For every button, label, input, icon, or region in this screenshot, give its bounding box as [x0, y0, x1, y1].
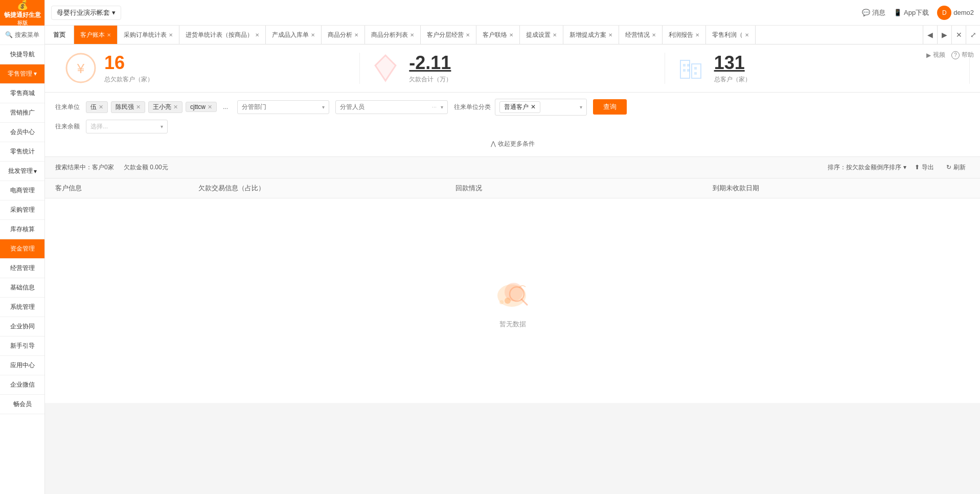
- export-button[interactable]: ⬆ 导出: [910, 161, 938, 174]
- dept-filter-select[interactable]: 分管部门 ▾: [237, 100, 329, 114]
- tab-customer-contact-close-icon[interactable]: ✕: [509, 32, 513, 38]
- sidebar-item-enterprise-wechat[interactable]: 企业微信: [0, 375, 44, 395]
- tab-product-stock-close-icon[interactable]: ✕: [311, 32, 315, 38]
- table-header: 客户信息 欠款交易信息（占比） 回款情况 到期未收款日期: [45, 178, 980, 198]
- user-profile[interactable]: D demo2: [937, 6, 974, 20]
- sidebar-item-enterprise[interactable]: 企业协同: [0, 317, 44, 336]
- tab-maximize-button[interactable]: ⤢: [966, 26, 980, 44]
- tab-home[interactable]: 首页: [45, 26, 74, 44]
- sidebar-item-inventory[interactable]: 库存核算: [0, 220, 44, 239]
- column-overdue-date: 到期未收款日期: [713, 184, 970, 193]
- tab-customer-account-close-icon[interactable]: ✕: [107, 32, 111, 38]
- tab-customer-segment[interactable]: 客户分层经营 ✕: [421, 26, 476, 44]
- account-dropdown[interactable]: 母婴行业演示帐套 ▾: [51, 6, 121, 20]
- unit-tag-4[interactable]: cjttcw ✕: [186, 102, 217, 112]
- tab-purchase-order[interactable]: 采购订单统计表 ✕: [118, 26, 179, 44]
- topbar: 母婴行业演示帐套 ▾ 💬 消息 📱 App下载 D demo2: [45, 0, 980, 26]
- sidebar-quick-nav[interactable]: 快捷导航: [0, 45, 44, 64]
- tab-product-analysis-close-icon[interactable]: ✕: [354, 32, 358, 38]
- tab-retail-profit-close-icon[interactable]: ✕: [745, 32, 749, 38]
- tab-new-promotion[interactable]: 新增提成方案 ✕: [563, 26, 619, 44]
- tab-product-analysis[interactable]: 商品分析 ✕: [322, 26, 365, 44]
- sidebar-item-member-plus[interactable]: 畅会员: [0, 395, 44, 414]
- tab-new-promotion-close-icon[interactable]: ✕: [608, 32, 612, 38]
- refresh-button[interactable]: ↻ 刷新: [942, 161, 970, 174]
- unit-tag-3[interactable]: 王小亮 ✕: [148, 101, 183, 113]
- sidebar-item-newbie[interactable]: 新手引导: [0, 336, 44, 356]
- tab-profit-report-close-icon[interactable]: ✕: [695, 32, 699, 38]
- app-center-label: 应用中心: [10, 362, 35, 369]
- tab-customer-account[interactable]: 客户账本 ✕: [74, 26, 118, 44]
- tab-product-analysis-list[interactable]: 商品分析列表 ✕: [365, 26, 421, 44]
- dept-filter-label: 分管部门: [242, 103, 266, 111]
- help-button[interactable]: ? 帮助: [951, 51, 974, 59]
- tab-product-stock[interactable]: 产成品入库单 ✕: [266, 26, 322, 44]
- tab-customer-contact[interactable]: 客户联络 ✕: [476, 26, 520, 44]
- tabbar: 首页 客户账本 ✕ 采购订单统计表 ✕ 进货单统计表（按商品） ✕ 产成品入库单…: [45, 26, 980, 44]
- stats-area: ¥ 16 总欠款客户（家） -2.11 欠款合计（: [45, 44, 980, 93]
- sidebar-item-wholesale[interactable]: 批发管理 ▾: [0, 162, 44, 181]
- unit-tag-1[interactable]: 伍 ✕: [86, 101, 108, 113]
- unit-tag-2[interactable]: 陈民强 ✕: [111, 101, 145, 113]
- unit-tag-4-close-icon[interactable]: ✕: [208, 104, 212, 110]
- sidebar-item-ecommerce[interactable]: 电商管理: [0, 181, 44, 200]
- sidebar-item-retail[interactable]: 零售管理 ▾: [0, 64, 44, 84]
- person-chevron-down-icon: ▾: [441, 104, 443, 110]
- person-filter-select[interactable]: 分管人员 ··· ▾: [335, 100, 448, 114]
- tab-product-analysis-list-label: 商品分析列表: [371, 31, 408, 39]
- sidebar-search[interactable]: 🔍 搜索菜单: [0, 26, 44, 45]
- search-label: 搜索菜单: [15, 31, 39, 38]
- tab-prev-button[interactable]: ◀: [923, 26, 937, 44]
- tab-close-all-button[interactable]: ✕: [951, 26, 966, 44]
- sidebar-item-marketing[interactable]: 营销推广: [0, 103, 44, 123]
- amount-chevron-down-icon: ▾: [161, 124, 163, 129]
- sidebar-item-purchase[interactable]: 采购管理: [0, 200, 44, 220]
- sort-button[interactable]: 排序：按欠款金额倒序排序 ▾: [828, 163, 906, 172]
- tab-stock-stats[interactable]: 进货单统计表（按商品） ✕: [179, 26, 266, 44]
- tab-stock-stats-close-icon[interactable]: ✕: [255, 32, 259, 38]
- tab-customer-segment-close-icon[interactable]: ✕: [466, 32, 470, 38]
- tab-purchase-order-label: 采购订单统计表: [124, 31, 167, 39]
- tab-new-promotion-label: 新增提成方案: [569, 31, 606, 39]
- sidebar-item-app-center[interactable]: 应用中心: [0, 356, 44, 375]
- category-selected-tag[interactable]: 普通客户 ✕: [499, 101, 540, 113]
- results-info: 搜索结果中：客户0家 欠款金额 0.00元: [55, 163, 168, 172]
- collapse-filter-button[interactable]: ⋀ 收起更多条件: [55, 138, 970, 150]
- sidebar-item-business-mgmt[interactable]: 经营管理: [0, 259, 44, 278]
- sidebar-item-member[interactable]: 会员中心: [0, 123, 44, 142]
- video-help-button[interactable]: ▶ 视频: [926, 51, 945, 59]
- marketing-label: 营销推广: [10, 109, 35, 116]
- sort-chevron-down-icon: ▾: [903, 164, 906, 171]
- amount-placeholder: 选择...: [90, 122, 156, 131]
- stat-value-total-customers[interactable]: 131: [714, 53, 751, 73]
- stat-help-area: ▶ 视频 ? 帮助: [926, 51, 974, 59]
- category-filter-select[interactable]: 普通客户 ✕ ▾: [495, 99, 587, 116]
- query-button[interactable]: 查询: [593, 99, 627, 115]
- tab-next-button[interactable]: ▶: [937, 26, 951, 44]
- message-button[interactable]: 💬 消息: [862, 8, 885, 17]
- tab-promotion-settings-close-icon[interactable]: ✕: [553, 32, 557, 38]
- unit-tag-3-close-icon[interactable]: ✕: [173, 104, 178, 110]
- wholesale-arrow-icon: ▾: [34, 168, 37, 175]
- sort-label-text: 排序：按欠款金额倒序排序: [828, 163, 901, 172]
- collapse-up-icon: ⋀: [491, 140, 496, 147]
- tab-promotion-settings[interactable]: 提成设置 ✕: [520, 26, 563, 44]
- tab-profit-report[interactable]: 利润报告 ✕: [663, 26, 706, 44]
- unit-tag-2-close-icon[interactable]: ✕: [136, 104, 141, 110]
- tab-retail-profit[interactable]: 零售利润（ ✕: [706, 26, 756, 44]
- sidebar-item-system[interactable]: 系统管理: [0, 298, 44, 317]
- sidebar-item-basic-info[interactable]: 基础信息: [0, 278, 44, 298]
- tab-purchase-order-close-icon[interactable]: ✕: [169, 32, 173, 38]
- tab-product-analysis-list-close-icon[interactable]: ✕: [410, 32, 414, 38]
- amount-filter-select[interactable]: 选择... ▾: [86, 120, 168, 133]
- unit-tag-1-close-icon[interactable]: ✕: [99, 104, 103, 110]
- unit-more-tags-button[interactable]: ...: [220, 102, 231, 111]
- app-download-button[interactable]: 📱 App下载: [894, 8, 929, 17]
- tab-business-status-close-icon[interactable]: ✕: [652, 32, 656, 38]
- category-tag-close-icon[interactable]: ✕: [531, 103, 536, 110]
- sidebar-item-retail-mall[interactable]: 零售商城: [0, 84, 44, 103]
- sidebar-item-retail-stats[interactable]: 零售统计: [0, 142, 44, 162]
- stat-value-debt-amount[interactable]: -2.11: [409, 53, 452, 73]
- sidebar-item-finance[interactable]: 资金管理: [0, 239, 44, 259]
- tab-business-status[interactable]: 经营情况 ✕: [619, 26, 663, 44]
